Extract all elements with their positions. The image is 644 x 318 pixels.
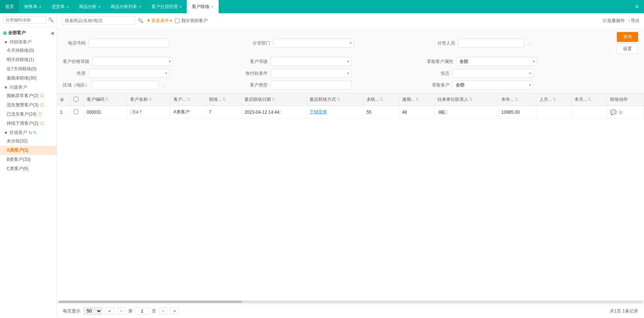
last-page-btn[interactable]: » xyxy=(170,307,179,315)
close-window-btn[interactable]: × xyxy=(630,3,644,11)
scroll-thumb[interactable] xyxy=(58,301,242,303)
sidebar-group-pending[interactable]: ▼ 待联络客户 xyxy=(0,38,57,46)
nav-customer-tier-close[interactable]: × xyxy=(179,4,182,9)
nav-purchase-close[interactable]: × xyxy=(66,4,68,9)
last-method-link[interactable]: 下销货单 xyxy=(310,109,327,114)
nav-purchase[interactable]: 进货单 × xyxy=(46,0,74,13)
col-level[interactable]: 客户...⇅ xyxy=(170,93,206,106)
sidebar-item-hoarding[interactable]: 囤购异常客户(2) ⓘ xyxy=(0,91,57,100)
nav-product-analysis-close[interactable]: × xyxy=(98,4,100,9)
table-header-row: ⚙ 客户编码⇅ 客户名称⇅ 客户...⇅ xyxy=(57,93,644,106)
filter-dept: 分管部门 ▾ xyxy=(247,39,432,47)
comment-action-icon[interactable]: 💬 xyxy=(610,109,616,115)
filter-payment-select[interactable] xyxy=(271,69,351,78)
page-num-input[interactable] xyxy=(136,307,149,315)
nav-product-analysis[interactable]: 商品分析 × xyxy=(74,0,105,13)
nav-home[interactable]: 首页 xyxy=(0,0,19,13)
filter-price-level-select[interactable] xyxy=(92,57,173,66)
nav-sales[interactable]: 销售单 × xyxy=(19,0,46,13)
col-contact-num[interactable]: 联络...⇅ xyxy=(206,93,242,106)
more-filter-btn[interactable]: ▼ 更多条件 ▾ xyxy=(146,18,172,24)
row-checkbox-cell xyxy=(70,106,83,119)
refresh-icon[interactable]: ↻ xyxy=(29,130,32,135)
setting-btn[interactable]: 设置 xyxy=(617,43,638,54)
sidebar-group-value[interactable]: ▼ 价值客户 ↻ ✎ xyxy=(0,128,57,137)
sidebar-item-tomorrow[interactable]: 明天待联络(1) xyxy=(0,55,57,64)
col-this-year[interactable]: 本年...⇅ xyxy=(498,93,536,106)
select-all-checkbox[interactable] xyxy=(74,97,78,102)
sidebar-item-ungrouped[interactable]: 未分组(32) xyxy=(0,137,57,146)
col-last-month[interactable]: 上月...⇅ xyxy=(536,93,572,106)
row-checkbox[interactable] xyxy=(74,109,78,114)
row-contact2: RE. xyxy=(434,106,498,119)
col-last-method[interactable]: 最后联络方式⇅ xyxy=(306,93,363,106)
col-uncontacted[interactable]: 未联...⇅ xyxy=(363,93,399,106)
nav-customer-tier[interactable]: 客户分层经营 × xyxy=(146,0,187,13)
filter-nature-select[interactable] xyxy=(89,69,169,78)
nav-product-list-close[interactable]: × xyxy=(139,4,141,9)
sidebar-item-7days[interactable]: 近7天待联络(0) xyxy=(0,64,57,74)
form-btn-group: 查询 设置 xyxy=(617,32,638,54)
filter-region: 区域（地区） … xyxy=(63,81,245,89)
filter-retail-customer-select[interactable]: 全部 xyxy=(452,81,533,89)
sidebar-all-customers[interactable]: ⊞ 全部客户 ◀ xyxy=(0,27,57,38)
sidebar-item-overdue[interactable]: 逾期未联络(30) xyxy=(0,74,57,83)
my-customers-checkbox[interactable] xyxy=(175,18,180,23)
filter-nature-wrap: ▾ xyxy=(89,69,169,78)
filter-retail-attr: 零散客户属性 全部 ▾ xyxy=(427,57,609,66)
sort-icon4: ⇅ xyxy=(222,97,226,102)
filter-customer-level-select[interactable] xyxy=(271,57,351,66)
col-name[interactable]: 客户名称⇅ xyxy=(127,93,170,106)
nav-product-list[interactable]: 商品分析列表 × xyxy=(105,0,146,13)
filter-row-2: 客户价格等级 ▾ 客户等级 ▾ xyxy=(63,57,638,66)
batch-ops-btn[interactable]: ☑ 批量操作 xyxy=(602,18,625,24)
row-this-year: 10995.00 xyxy=(498,106,536,119)
sidebar-item-declining[interactable]: 持续下滑客户(2) ⓘ xyxy=(0,119,57,128)
col-overdue[interactable]: 逾期...⇅ xyxy=(399,93,434,106)
filter-manager-dots[interactable]: … xyxy=(524,40,534,46)
sidebar-search-input[interactable] xyxy=(3,16,47,24)
edit-icon[interactable]: ✎ xyxy=(33,130,37,135)
row-actions: 💬 ⊞ xyxy=(607,106,644,119)
filter-region-dots[interactable]: … xyxy=(158,82,169,88)
sidebar-item-churned[interactable]: 已流失客户(24) ⓘ xyxy=(0,110,57,119)
next-page-btn[interactable]: › xyxy=(159,307,167,315)
per-page-select[interactable]: 50 100 200 xyxy=(83,307,102,315)
sidebar-group-problem[interactable]: ▼ 问题客户 xyxy=(0,83,57,91)
grid-action-icon[interactable]: ⊞ xyxy=(619,109,623,115)
grid-icon: ⊞ xyxy=(3,31,7,36)
sidebar-item-today[interactable]: 今天待联络(0) xyxy=(0,46,57,55)
sidebar-item-class-c[interactable]: C类客户(6) xyxy=(0,164,57,173)
toolbar-search-icon[interactable]: 🔍 xyxy=(138,18,143,23)
toolbar-search-input[interactable] xyxy=(61,16,135,25)
sidebar-item-class-b[interactable]: B类客户(33) xyxy=(0,155,57,164)
prev-page-btn[interactable]: ‹ xyxy=(117,307,125,315)
filter-phone-input[interactable] xyxy=(89,39,169,47)
warn-icon: ⓘ xyxy=(40,93,44,99)
query-btn[interactable]: 查询 xyxy=(617,32,638,42)
sidebar-item-class-a[interactable]: A类客户(1) xyxy=(0,146,57,155)
export-btn[interactable]: ↑ 导出 xyxy=(628,18,640,24)
filter-status-select[interactable] xyxy=(452,69,533,78)
col-last-date[interactable]: 最后联络日期⇅ xyxy=(242,93,307,106)
total-records-label: 共1页 1条记录 xyxy=(610,308,638,314)
filter-customer-type-input[interactable] xyxy=(271,81,351,89)
filter-status: 状态 ▾ xyxy=(427,69,609,78)
col-code[interactable]: 客户编码⇅ xyxy=(83,93,127,106)
horizontal-scrollbar[interactable] xyxy=(57,300,644,304)
nav-sales-close[interactable]: × xyxy=(39,4,41,9)
filter-dept-select[interactable] xyxy=(273,39,354,47)
my-customers-checkbox-label[interactable]: 我分管的客户 xyxy=(175,18,208,24)
nav-customer-contact-close[interactable]: × xyxy=(211,4,213,9)
sidebar-search-icon[interactable]: 🔍 xyxy=(48,17,54,22)
table-gear-icon[interactable]: ⚙ xyxy=(60,97,64,102)
first-page-btn[interactable]: « xyxy=(105,307,114,315)
filter-retail-attr-select[interactable]: 全部 xyxy=(456,57,537,66)
col-contact2[interactable]: 往来单位联系人⇅ xyxy=(434,93,498,106)
nav-customer-contact[interactable]: 客户联络 × xyxy=(187,0,218,13)
sidebar-item-churn-risk[interactable]: 流失预警客户(3) ⓘ xyxy=(0,100,57,110)
per-page-label: 每页显示 xyxy=(63,308,80,314)
filter-manager-input[interactable] xyxy=(458,39,524,47)
col-this-month[interactable]: 本月...⇅ xyxy=(572,93,607,106)
filter-region-input[interactable] xyxy=(92,81,158,89)
